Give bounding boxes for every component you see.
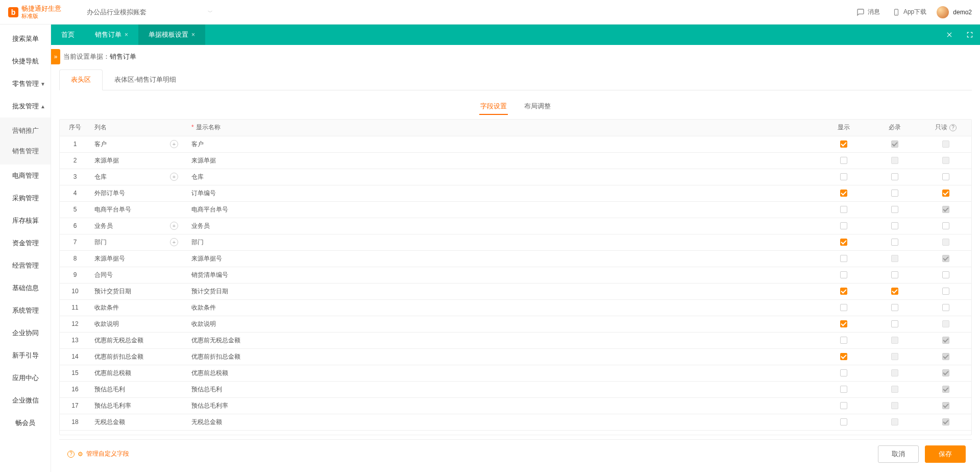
help-icon[interactable]: ? <box>949 124 957 131</box>
cell-display-name[interactable]: 来源单据号 <box>187 250 818 267</box>
checkbox[interactable] <box>891 304 898 311</box>
checkbox <box>942 206 949 213</box>
sidebar-item[interactable]: 资金管理 <box>0 232 51 254</box>
sidebar-item[interactable]: 批发管理▲ <box>0 95 51 117</box>
manage-custom-fields-link[interactable]: ? ⚙ 管理自定义字段 <box>65 450 129 458</box>
checkbox[interactable] <box>840 337 847 344</box>
sidebar-subitem[interactable]: 营销推广 <box>0 121 51 141</box>
checkbox[interactable] <box>942 271 949 278</box>
checkbox[interactable] <box>840 140 847 148</box>
checkbox[interactable] <box>840 418 847 426</box>
checkbox[interactable] <box>891 173 898 180</box>
top-tab[interactable]: 单据模板设置× <box>138 25 205 45</box>
cell-display-name[interactable]: 部门 <box>187 234 818 250</box>
checkbox[interactable] <box>840 271 847 278</box>
save-button[interactable]: 保存 <box>925 445 966 463</box>
area-tab[interactable]: 表体区-销售订单明细 <box>103 69 188 90</box>
sidebar-item[interactable]: 企业协同 <box>0 322 51 344</box>
mode-tab[interactable]: 布局调整 <box>523 99 552 115</box>
top-tab[interactable]: 首页 <box>51 25 85 45</box>
checkbox <box>891 353 898 360</box>
sidebar-item[interactable]: 畅会员 <box>0 412 51 434</box>
checkbox[interactable] <box>942 190 949 197</box>
checkbox[interactable] <box>840 239 847 246</box>
cell-display-name[interactable]: 收款条件 <box>187 299 818 316</box>
add-icon[interactable]: + <box>170 173 178 181</box>
cell-display-name[interactable]: 电商平台单号 <box>187 201 818 218</box>
add-icon[interactable]: + <box>170 222 178 230</box>
cancel-button[interactable]: 取消 <box>878 445 919 463</box>
sidebar-item[interactable]: 库存核算 <box>0 209 51 232</box>
checkbox[interactable] <box>840 190 847 197</box>
avatar[interactable] <box>937 6 949 18</box>
cell-req <box>869 169 920 185</box>
checkbox[interactable] <box>891 271 898 278</box>
sidebar-item[interactable]: 零售管理▼ <box>0 73 51 95</box>
cell-display-name[interactable]: 来源单据 <box>187 152 818 169</box>
checkbox[interactable] <box>840 304 847 311</box>
checkbox[interactable] <box>840 353 847 360</box>
sidebar-item[interactable]: 新手引导 <box>0 344 51 367</box>
add-icon[interactable]: + <box>170 238 178 246</box>
sidebar-item[interactable]: 快捷导航 <box>0 50 51 73</box>
sidebar-item[interactable]: 基础信息 <box>0 277 51 299</box>
checkbox[interactable] <box>891 239 898 246</box>
checkbox[interactable] <box>891 288 898 295</box>
checkbox[interactable] <box>840 206 847 213</box>
cell-display-name[interactable]: 销货清单编号 <box>187 267 818 283</box>
cell-display-name[interactable]: 预计交货日期 <box>187 283 818 299</box>
app-download-button[interactable]: App下载 <box>892 8 926 16</box>
sidebar-item[interactable]: 搜索菜单 <box>0 28 51 50</box>
area-tab[interactable]: 表头区 <box>59 69 103 90</box>
sidebar-item[interactable]: 采购管理 <box>0 187 51 209</box>
cell-display-name[interactable]: 客户 <box>187 136 818 152</box>
top-tab[interactable]: 销售订单× <box>85 25 138 45</box>
add-icon[interactable]: + <box>170 140 178 148</box>
checkbox[interactable] <box>891 320 898 327</box>
checkbox[interactable] <box>891 222 898 229</box>
checkbox[interactable] <box>942 222 949 229</box>
checkbox[interactable] <box>840 288 847 295</box>
cell-display-name[interactable]: 预估总毛利率 <box>187 397 818 414</box>
fullscreen-button[interactable] <box>960 25 980 45</box>
tab-close-all-button[interactable] <box>939 25 960 45</box>
checkbox[interactable] <box>942 288 949 295</box>
checkbox[interactable] <box>942 304 949 311</box>
checkbox[interactable] <box>891 190 898 197</box>
user-name[interactable]: demo2 <box>953 9 972 16</box>
sidebar-item[interactable]: 经营管理 <box>0 254 51 277</box>
cell-display-name[interactable]: 优惠前总税额 <box>187 365 818 381</box>
sidebar-item[interactable]: 企业微信 <box>0 389 51 412</box>
cell-display-name[interactable]: 预估总毛利 <box>187 381 818 397</box>
checkbox[interactable] <box>840 386 847 393</box>
checkbox[interactable] <box>840 173 847 180</box>
checkbox[interactable] <box>840 157 847 164</box>
checkbox[interactable] <box>891 206 898 213</box>
context-collapse-button[interactable]: » <box>51 49 60 64</box>
cell-display-name[interactable]: 仓库 <box>187 169 818 185</box>
sidebar-item[interactable]: 应用中心 <box>0 367 51 389</box>
sidebar-subitem[interactable]: 销售管理 <box>0 141 51 161</box>
sidebar-item[interactable]: 系统管理 <box>0 299 51 322</box>
sidebar-submenu: 营销推广销售管理 <box>0 117 51 164</box>
sidebar-item[interactable]: 电商管理 <box>0 164 51 187</box>
mode-tab[interactable]: 字段设置 <box>479 99 508 115</box>
checkbox[interactable] <box>840 255 847 262</box>
checkbox[interactable] <box>942 173 949 180</box>
cell-display-name[interactable]: 无税总金额 <box>187 414 818 430</box>
close-icon[interactable]: × <box>125 31 128 38</box>
cell-display-name[interactable]: 收款说明 <box>187 316 818 332</box>
checkbox[interactable] <box>840 402 847 409</box>
account-book-select[interactable]: 办公品行业模拟账套 ﹀ <box>87 8 213 17</box>
cell-display-name[interactable]: 优惠前无税总金额 <box>187 332 818 348</box>
col-name-text: 收款条件 <box>94 304 119 311</box>
cell-display-name[interactable]: 业务员 <box>187 218 818 234</box>
cell-display-name[interactable]: 优惠前折扣总金额 <box>187 348 818 365</box>
checkbox[interactable] <box>840 369 847 376</box>
checkbox[interactable] <box>840 320 847 327</box>
close-icon[interactable]: × <box>191 31 195 38</box>
cell-show <box>818 169 869 185</box>
checkbox[interactable] <box>840 222 847 229</box>
messages-button[interactable]: 消息 <box>856 8 880 16</box>
cell-display-name[interactable]: 订单编号 <box>187 185 818 201</box>
